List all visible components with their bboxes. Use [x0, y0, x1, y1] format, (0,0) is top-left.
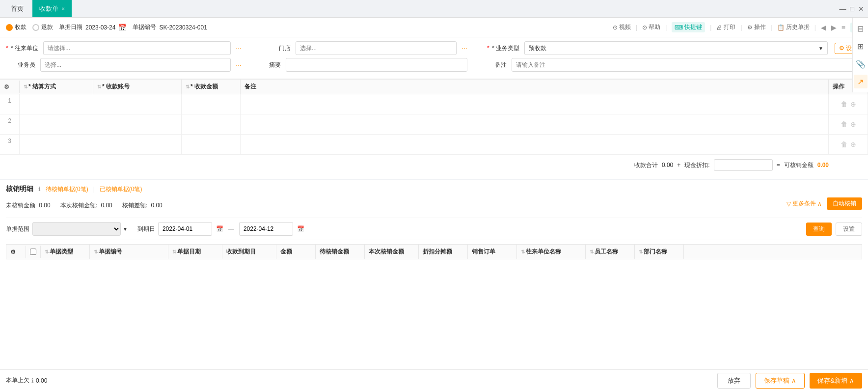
sidebar-attach-icon[interactable]: 📎: [854, 57, 868, 71]
minimize-button[interactable]: —: [840, 5, 846, 13]
current-stat: 本次核销金额: 0.00: [60, 201, 112, 210]
business-type-dropdown[interactable]: 预收款 ▼: [524, 41, 828, 55]
counter-party-more-icon[interactable]: ···: [236, 44, 242, 52]
th-remark: 备注: [241, 80, 829, 94]
td-account-1[interactable]: [93, 94, 182, 114]
operations-label: 操作: [754, 23, 766, 31]
operations-btn[interactable]: ⚙ 操作: [747, 23, 766, 31]
video-btn[interactable]: ⊙ 视频: [613, 23, 631, 31]
delete-row-1-icon[interactable]: 🗑: [841, 100, 847, 108]
td-amount-3[interactable]: [182, 135, 241, 154]
date-picker-icon[interactable]: 📅: [118, 24, 127, 31]
date-to-input[interactable]: [239, 222, 293, 236]
remark-input[interactable]: [512, 58, 862, 72]
verify-title-text: 核销明细: [6, 185, 33, 194]
summary-input[interactable]: [286, 58, 467, 72]
history-btn[interactable]: 📋 历史单据: [777, 23, 810, 31]
td-remark-1[interactable]: [241, 94, 829, 114]
auto-verify-button[interactable]: 自动核销: [827, 197, 862, 210]
counter-party-input[interactable]: [43, 41, 231, 55]
staff-more-icon[interactable]: ···: [236, 61, 242, 69]
save-draft-chevron-icon: ∧: [791, 377, 796, 384]
td-remark-2[interactable]: [241, 114, 829, 134]
copy-row-3-icon[interactable]: ⊕: [850, 140, 856, 148]
calendar-to-icon[interactable]: 📅: [297, 225, 304, 232]
bth-current: 本次核销金额: [365, 245, 419, 259]
delete-row-2-icon[interactable]: 🗑: [841, 120, 847, 128]
copy-row-2-icon[interactable]: ⊕: [850, 120, 856, 128]
bth-settings[interactable]: ⚙: [6, 246, 26, 258]
th-settlement: ⇅ * 结算方式: [20, 80, 93, 94]
bth-checkbox[interactable]: [26, 246, 41, 258]
bottom-table-header: ⚙ ⇅ 单据类型 ⇅ 单据编号 ⇅ 单据日期 收款到期日 金额: [6, 244, 862, 259]
date-field: 单据日期 2023-03-24 📅: [59, 23, 127, 31]
td-amount-1[interactable]: [182, 94, 241, 114]
bottom-bar: 本单上欠 ℹ 0.00 放弃 保存草稿 ∧ 保存&新增 ∧: [0, 369, 868, 391]
range-chevron-icon: ▼: [123, 226, 128, 232]
tab-close-icon[interactable]: ×: [61, 5, 65, 12]
td-remark-3[interactable]: [241, 135, 829, 154]
radio-receipt[interactable]: 收款: [6, 23, 27, 31]
help-btn[interactable]: ⊙ 帮助: [642, 23, 660, 31]
copy-row-1-icon[interactable]: ⊕: [850, 100, 856, 108]
shortcut-btn[interactable]: ⌨ 快捷键: [672, 22, 705, 32]
radio-receipt-circle: [6, 24, 13, 31]
discount-label: 现金折扣:: [684, 161, 709, 169]
filter-settings-button[interactable]: 设置: [836, 223, 862, 236]
delete-row-3-icon[interactable]: 🗑: [841, 140, 847, 148]
store-input[interactable]: [296, 41, 457, 55]
date-from-input[interactable]: [158, 222, 212, 236]
calendar-from-icon[interactable]: 📅: [216, 225, 223, 232]
filter-row: 单据范围 ▼ 到期日 📅 — 📅 查询 设置: [6, 218, 862, 240]
store-label: 门店: [261, 44, 291, 53]
sidebar-list-icon[interactable]: ⊞: [854, 39, 868, 53]
abandon-button[interactable]: 放弃: [717, 373, 751, 389]
done-tab[interactable]: 已核销单据(0笔): [100, 185, 142, 194]
divider1: |: [636, 24, 637, 31]
required-star: *: [6, 45, 8, 52]
staff-input[interactable]: [40, 58, 231, 72]
td-amount-2[interactable]: [182, 114, 241, 134]
range-select-wrap: ▼: [32, 222, 128, 236]
summary-field: 摘要: [261, 58, 467, 72]
td-settlement-1[interactable]: [20, 94, 93, 114]
table-row: 3 🗑 ⊕: [0, 135, 868, 155]
select-all-checkbox[interactable]: [30, 249, 36, 255]
sidebar-table-icon[interactable]: ⊟: [854, 22, 868, 35]
tab-home-label: 首页: [11, 4, 24, 13]
sidebar-expand-icon[interactable]: ↗: [854, 75, 868, 88]
unverified-stat: 未核销金额 0.00: [6, 201, 51, 210]
more-conditions-btn[interactable]: ▽ 更多条件 ∧: [787, 199, 822, 208]
discount-input[interactable]: [714, 159, 773, 171]
next-record-btn[interactable]: ▶: [831, 24, 837, 31]
td-account-2[interactable]: [93, 114, 182, 134]
close-window-button[interactable]: ✕: [858, 5, 864, 13]
tab-home[interactable]: 首页: [4, 0, 30, 17]
bottom-info-value: 0.00: [36, 377, 47, 384]
range-select[interactable]: [32, 222, 121, 236]
prev-record-btn[interactable]: ◀: [821, 24, 826, 31]
remark-field: 备注: [487, 58, 862, 72]
query-button[interactable]: 查询: [806, 223, 832, 236]
print-btn[interactable]: 🖨 打印: [716, 23, 735, 31]
pending-tab[interactable]: 待核销单据(0笔): [46, 185, 88, 194]
table-settings-icon[interactable]: ⚙: [0, 81, 20, 93]
td-account-3[interactable]: [93, 135, 182, 154]
td-settlement-3[interactable]: [20, 135, 93, 154]
td-settlement-2[interactable]: [20, 114, 93, 134]
divider6: |: [814, 24, 816, 31]
tab-receipt-label: 收款单: [39, 4, 58, 13]
counter-party-label: * * 往来单位: [6, 44, 38, 53]
tab-receipt[interactable]: 收款单 ×: [32, 0, 72, 17]
save-new-button[interactable]: 保存&新增 ∧: [810, 373, 862, 389]
history-label: 历史单据: [786, 23, 810, 31]
verify-title: 核销明细 ℹ 待核销单据(0笔) | 已核销单据(0笔): [6, 185, 862, 194]
save-draft-button[interactable]: 保存草稿 ∧: [756, 373, 805, 389]
business-type-field: * * 业务类型 预收款 ▼ ⚙ 设置: [487, 41, 862, 55]
window-controls: — □ ✕: [840, 5, 864, 13]
maximize-button[interactable]: □: [850, 5, 854, 13]
range-label: 单据范围: [6, 225, 29, 233]
list-view-btn[interactable]: ≡: [841, 24, 845, 31]
store-more-icon[interactable]: ···: [461, 44, 467, 52]
radio-refund[interactable]: 退款: [32, 23, 53, 31]
